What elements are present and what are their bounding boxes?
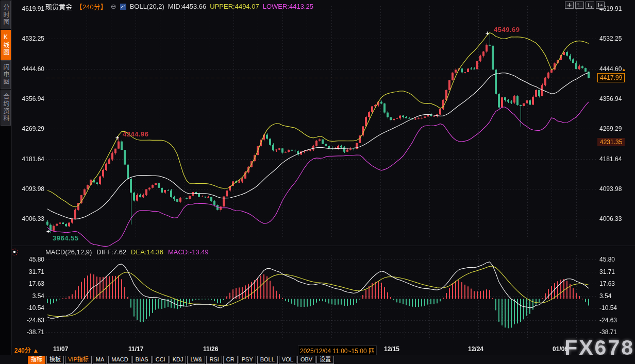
time-axis: 240分 ▲ 2025/12/04 11:00~15:00 四 11/0711/… [0, 344, 635, 355]
price-tick-left: 4619.91 [12, 5, 44, 12]
boll-lower-value: LOWER:4413.25 [263, 3, 313, 10]
price-tick-left: 4006.33 [12, 215, 44, 222]
period-dropdown-icon: ▲ [32, 347, 39, 354]
toolbar-button-MACD[interactable]: MACD [108, 356, 131, 364]
chart-type-sidebar: 分时图K线图闪电图合约资料 [0, 0, 12, 364]
price-tick-right: 4006.33 [599, 215, 622, 222]
page-right-button[interactable] [596, 2, 605, 9]
toolbar-button-BOLL[interactable]: BOLL [257, 356, 278, 364]
price-tick-left: 4269.29 [12, 125, 44, 132]
macd-tick-left: 17.63 [12, 280, 44, 287]
macd-tick-right: -24.63 [599, 317, 617, 324]
swing-high-annotation: 4244.96 [123, 130, 149, 138]
macd-tick-left: -38.71 [12, 328, 44, 336]
axis-right-icon [587, 3, 593, 8]
low-marker-icon: + [46, 228, 50, 235]
macd-tick-right: 45.80 [599, 256, 615, 263]
swing-high-marker-icon: + [115, 134, 119, 142]
macd-tick-right: 17.63 [599, 280, 615, 287]
macd-value: MACD:-13.49 [168, 248, 209, 256]
macd-tick-left: 3.54 [12, 292, 44, 300]
boll-upper-value: UPPER:4494.07 [210, 3, 259, 10]
toolbar-button-VIP指标[interactable]: VIP指标 [65, 356, 92, 364]
secondary-price-label: 4231.35 [597, 138, 625, 146]
current-price-arrow-icon: ▲ [622, 67, 626, 72]
indicator-toolbar: 指标模板VIP指标MAMACDBIASCCIKDJLW&RSICRPSYBOLL… [0, 355, 635, 364]
sidebar-tab-K线图[interactable]: K线图 [1, 30, 11, 60]
toolbar-button-设置[interactable]: 设置 [316, 356, 334, 364]
toolbar-button-PSY[interactable]: PSY [239, 356, 256, 364]
toolbar-button-指标[interactable]: 指标 [28, 356, 45, 364]
macd-header: MACD(26,12,9) DIFF:7.62 DEA:14.36 MACD:-… [45, 248, 209, 256]
toolbar-button-CR[interactable]: CR [223, 356, 238, 364]
toolbar-button-CCI[interactable]: CCI [153, 356, 169, 364]
chart-canvas[interactable] [0, 0, 635, 364]
move-icon [566, 3, 572, 8]
macd-tick-left: 45.80 [12, 256, 44, 263]
sidebar-tab-合约资料[interactable]: 合约资料 [1, 90, 11, 126]
time-axis-label: 11/17 [128, 345, 143, 353]
trading-app-window: 分时图K线图闪电图合约资料 现货黄金 【240分】 ⊖ BOLL(20,2) M… [0, 0, 635, 364]
macd-tick-right: -38.71 [599, 328, 617, 336]
period-selector[interactable]: 240分 ▲ [14, 345, 39, 354]
move-chart-button[interactable] [565, 2, 574, 9]
macd-tick-left: 31.71 [12, 268, 44, 275]
price-tick-right: 4532.25 [599, 35, 622, 42]
high-marker-icon: + [486, 30, 489, 37]
bar-arrow-right-icon [597, 3, 603, 8]
price-tick-right: 4181.64 [599, 155, 622, 163]
chart-icon [120, 4, 126, 10]
main-chart-header: 现货黄金 【240分】 ⊖ BOLL(20,2) MID:4453.66 UPP… [45, 2, 313, 11]
time-axis-label: 11/07 [53, 345, 68, 353]
macd-params: MACD(26,12,9) [45, 248, 92, 256]
toolbar-button-BIAS[interactable]: BIAS [132, 356, 152, 364]
axis-zoom-horizontal-button[interactable] [586, 2, 594, 9]
toolbar-button-RSI[interactable]: RSI [206, 356, 222, 364]
price-tick-left: 4532.25 [12, 35, 44, 42]
sidebar-tab-分时图[interactable]: 分时图 [1, 1, 11, 29]
price-tick-right: 4093.98 [599, 185, 622, 193]
toolbar-button-模板[interactable]: 模板 [46, 356, 64, 364]
macd-tick-right: 31.71 [599, 268, 615, 275]
price-tick-right: 4269.29 [599, 125, 622, 132]
macd-diff-value: DIFF:7.62 [96, 248, 126, 256]
macd-pane-marker-icon [11, 249, 18, 255]
time-axis-label: 12/15 [384, 345, 399, 353]
price-tick-right: 4356.94 [599, 95, 622, 102]
boll-mid-value: MID:4453.66 [168, 3, 206, 10]
current-price-label: 4417.99 [597, 73, 625, 82]
price-tick-left: 4444.60 [12, 65, 44, 73]
price-tick-left: 4356.94 [12, 95, 44, 102]
time-axis-label: 12/24 [468, 345, 483, 353]
low-annotation: 3964.55 [53, 234, 79, 242]
period-label[interactable]: 【240分】 [76, 2, 107, 11]
high-annotation: 4549.69 [494, 26, 520, 33]
toolbar-button-KDJ[interactable]: KDJ [170, 356, 187, 364]
time-axis-label: 11/26 [203, 345, 218, 353]
macd-tick-right: 3.54 [599, 292, 611, 300]
price-tick-left: 4093.98 [12, 185, 44, 193]
toolbar-button-OBV[interactable]: OBV [297, 356, 315, 364]
boll-label: BOLL(20,2) [130, 3, 164, 10]
toolbar-button-VOL[interactable]: VOL [279, 356, 296, 364]
macd-tick-left: -10.54 [12, 304, 44, 311]
hovered-bar-datetime: 2025/12/04 11:00~15:00 四 [298, 345, 377, 355]
collapse-icon[interactable]: ⊖ [111, 3, 116, 10]
price-tick-right: 4444.60 [599, 65, 622, 73]
axis-up-icon [577, 3, 582, 8]
macd-tick-right: -10.54 [599, 304, 617, 311]
symbol-name: 现货黄金 [45, 2, 72, 11]
toolbar-button-LW&[interactable]: LW& [187, 356, 205, 364]
chart-window-controls [565, 2, 605, 9]
macd-tick-left: -24.63 [12, 317, 44, 324]
price-tick-left: 4181.64 [12, 155, 44, 163]
toolbar-button-MA[interactable]: MA [93, 356, 108, 364]
macd-dea-value: DEA:14.36 [131, 248, 163, 256]
axis-zoom-vertical-button[interactable] [575, 2, 584, 9]
sidebar-tab-闪电图[interactable]: 闪电图 [1, 60, 11, 89]
